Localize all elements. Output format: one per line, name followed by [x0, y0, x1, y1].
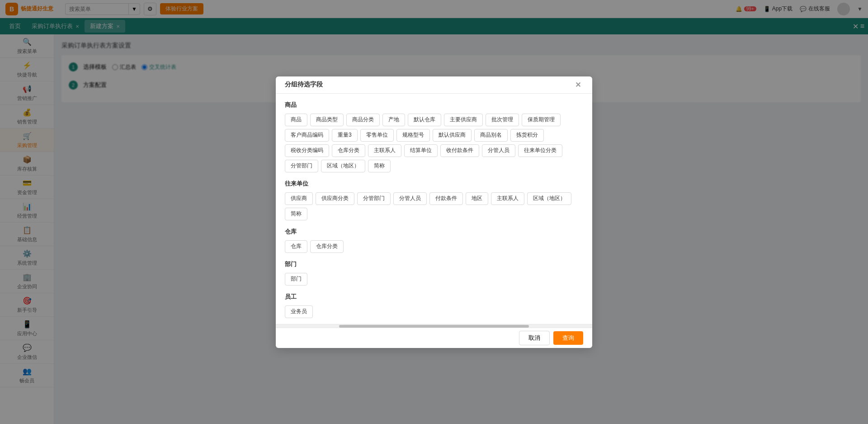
- section-partner-title: 往来单位: [285, 180, 583, 188]
- field-warehouse-cat[interactable]: 仓库分类: [332, 144, 365, 157]
- field-main-contact[interactable]: 主联系人: [368, 144, 401, 157]
- modal-title: 分组待选字段: [285, 81, 323, 89]
- section-department-title: 部门: [285, 260, 583, 268]
- modal-horizontal-scrollbar[interactable]: [276, 324, 592, 328]
- field-warehouse-category[interactable]: 仓库分类: [310, 240, 344, 253]
- field-batch-mgmt[interactable]: 批次管理: [486, 114, 519, 126]
- modal-close-button[interactable]: ✕: [572, 79, 583, 90]
- field-product-category[interactable]: 商品分类: [346, 114, 380, 126]
- field-dept-mgmt[interactable]: 分管部门: [285, 160, 318, 172]
- cancel-button[interactable]: 取消: [519, 331, 550, 345]
- field-payment-terms[interactable]: 收付款条件: [440, 144, 479, 157]
- section-department-fields: 部门: [285, 273, 583, 286]
- field-product[interactable]: 商品: [285, 114, 307, 126]
- field-settle-unit[interactable]: 结算单位: [404, 144, 438, 157]
- field-warehouse[interactable]: 仓库: [285, 240, 307, 253]
- section-employee-fields: 业务员: [285, 305, 583, 318]
- field-supplier[interactable]: 供应商: [285, 192, 313, 205]
- field-retail-unit[interactable]: 零售单位: [360, 129, 394, 142]
- section-employee: 员工 业务员: [285, 293, 583, 318]
- field-partner-dept[interactable]: 分管部门: [357, 192, 391, 205]
- field-origin[interactable]: 产地: [382, 114, 405, 126]
- field-department[interactable]: 部门: [285, 273, 307, 286]
- field-default-warehouse[interactable]: 默认仓库: [408, 114, 441, 126]
- field-product-type[interactable]: 商品类型: [310, 114, 344, 126]
- field-abbr[interactable]: 简称: [368, 160, 391, 172]
- section-employee-title: 员工: [285, 293, 583, 301]
- section-warehouse-title: 仓库: [285, 228, 583, 236]
- field-partner-supervisor[interactable]: 分管人员: [393, 192, 427, 205]
- field-supplier-cat[interactable]: 供应商分类: [316, 192, 354, 205]
- field-weight3[interactable]: 重量3: [332, 129, 358, 142]
- field-partner-contact[interactable]: 主联系人: [491, 192, 524, 205]
- modal-footer: 取消 查询: [276, 328, 592, 348]
- section-partner-fields: 供应商 供应商分类 分管部门 分管人员 付款条件 地区 主联系人 区域（地区） …: [285, 192, 583, 220]
- field-partner-region[interactable]: 区域（地区）: [527, 192, 571, 205]
- field-customer-code[interactable]: 客户商品编码: [285, 129, 329, 142]
- field-product-alias[interactable]: 商品别名: [474, 129, 508, 142]
- modal-dialog: 分组待选字段 ✕ 商品 商品 商品类型 商品分类 产地 默认仓库 主要供应商 批…: [276, 76, 592, 348]
- field-tax-code[interactable]: 税收分类编码: [285, 144, 329, 157]
- section-partner: 往来单位 供应商 供应商分类 分管部门 分管人员 付款条件 地区 主联系人 区域…: [285, 180, 583, 220]
- field-default-supplier[interactable]: 默认供应商: [433, 129, 472, 142]
- section-warehouse-fields: 仓库 仓库分类: [285, 240, 583, 253]
- confirm-button[interactable]: 查询: [553, 331, 583, 345]
- field-partner-abbr[interactable]: 简称: [285, 208, 307, 220]
- modal-overlay: 分组待选字段 ✕ 商品 商品 商品类型 商品分类 产地 默认仓库 主要供应商 批…: [0, 0, 868, 424]
- field-payment-condition[interactable]: 付款条件: [429, 192, 463, 205]
- field-supervisor[interactable]: 分管人员: [482, 144, 515, 157]
- field-region[interactable]: 区域（地区）: [321, 160, 365, 172]
- section-product-fields: 商品 商品类型 商品分类 产地 默认仓库 主要供应商 批次管理 保质期管理 客户…: [285, 114, 583, 172]
- section-product-title: 商品: [285, 101, 583, 109]
- section-warehouse: 仓库 仓库 仓库分类: [285, 228, 583, 253]
- field-partner-cat[interactable]: 往来单位分类: [518, 144, 562, 157]
- section-product: 商品 商品 商品类型 商品分类 产地 默认仓库 主要供应商 批次管理 保质期管理…: [285, 101, 583, 172]
- field-salesperson[interactable]: 业务员: [285, 305, 313, 318]
- field-area[interactable]: 地区: [466, 192, 488, 205]
- modal-body: 商品 商品 商品类型 商品分类 产地 默认仓库 主要供应商 批次管理 保质期管理…: [276, 94, 592, 324]
- field-spec-model[interactable]: 规格型号: [396, 129, 430, 142]
- modal-header: 分组待选字段 ✕: [276, 76, 592, 94]
- field-pick-points[interactable]: 拣货积分: [510, 129, 544, 142]
- field-main-supplier[interactable]: 主要供应商: [444, 114, 483, 126]
- section-department: 部门 部门: [285, 260, 583, 286]
- field-expiry-mgmt[interactable]: 保质期管理: [522, 114, 561, 126]
